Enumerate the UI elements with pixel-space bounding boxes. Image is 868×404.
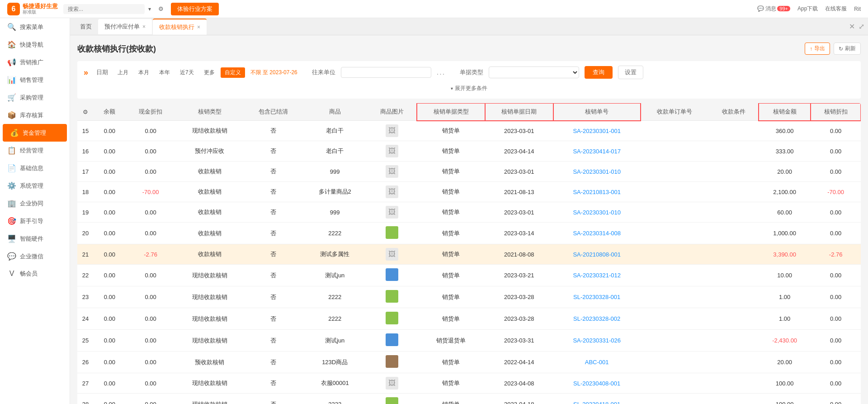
tab-expand-icon[interactable]: ⤢ [859,22,864,31]
date-btn-custom[interactable]: 自定义 [221,67,245,78]
doc-no-link[interactable]: SA-20210813-001 [573,189,621,195]
sidebar-item-guide[interactable]: 🎯 新手引导 [0,212,70,230]
sidebar-item-business[interactable]: 📋 经营管理 [0,142,70,159]
date-btn-7days[interactable]: 近7天 [176,67,198,78]
top-bar-dropdown[interactable]: ▾ [148,6,151,12]
settings-icon[interactable]: ⚙ [155,3,167,15]
expand-more[interactable]: ▾ 展开更多条件 [84,83,854,94]
doc-no-link[interactable]: SA-20230414-017 [573,148,621,155]
setting-button[interactable]: 设置 [618,66,643,79]
cell-condition [708,141,759,162]
tab-close-all-icon[interactable]: ✕ [849,22,855,31]
cell-goods-img [367,330,417,352]
cell-balance: 0.00 [94,265,126,286]
date-btn-this-month[interactable]: 本月 [134,67,153,78]
doc-no-link[interactable]: SA-20210808-001 [573,251,621,258]
refresh-button[interactable]: ↻ 刷新 [834,43,861,55]
sidebar-item-finance[interactable]: 💰 资金管理 [3,124,67,142]
doc-no-link[interactable]: SA-20230301-010 [573,168,621,175]
date-btn-more[interactable]: 更多 [200,67,219,78]
app-download[interactable]: App下载 [797,5,818,13]
message-icon[interactable]: 💬 消息99+ [757,5,790,13]
cell-amount: 360.00 [759,121,811,141]
tab-home[interactable]: 首页 [74,19,98,34]
cell-amount: -2,430.00 [759,330,811,352]
tab2-close[interactable]: × [197,24,200,30]
cell-doc-no: SA-20210808-001 [553,244,641,265]
top-search-input[interactable] [63,4,145,14]
col-included-settled: 包含已结清 [244,103,303,121]
cell-goods-img: 🖼 [367,182,417,202]
cell-id: 28 [77,394,94,404]
doc-no-link[interactable]: SL-20230328-001 [573,294,620,300]
doc-no-link[interactable]: SA-20230314-008 [573,230,621,237]
guide-icon: 🎯 [7,217,16,225]
cell-order-no [641,286,709,308]
cell-condition [708,265,759,286]
table-row: 17 0.00 0.00 收款核销 否 999 🖼 销货单 2023-03-01… [77,162,861,182]
tab1-close[interactable]: × [142,24,146,30]
cell-goods: 2222 [303,394,367,404]
cell-id: 23 [77,286,94,308]
sidebar-item-inventory[interactable]: 📦 库存核算 [0,106,70,124]
tab2-label: 收款核销执行 [159,23,194,31]
sidebar-item-sales[interactable]: 📊 销售管理 [0,71,70,89]
cell-amount: 1.00 [759,286,811,308]
cell-verify-type: 现结收款核销 [175,308,244,330]
cell-doc-type: 销货单 [417,162,485,182]
from-unit-input[interactable] [341,67,431,78]
col-settings[interactable]: ⚙ [77,103,94,121]
doc-type-select[interactable] [489,67,579,78]
sidebar-item-wechat[interactable]: 💬 企业微信 [0,247,70,265]
export-button[interactable]: ↑ 导出 [805,43,830,55]
doc-no-link[interactable]: SA-20230331-026 [573,337,621,344]
cell-doc-type: 销货单 [417,141,485,162]
tab-verify[interactable]: 收款核销执行 × [153,19,207,35]
cell-amount: 1,000.00 [759,223,811,244]
doc-no-link[interactable]: SA-20230301-010 [573,209,621,216]
sidebar-item-system[interactable]: ⚙️ 系统管理 [0,177,70,195]
user-name[interactable]: Rit [854,6,861,12]
doc-no-link[interactable]: SL-20230418-001 [573,401,620,404]
sidebar-item-enterprise[interactable]: 🏢 企业协同 [0,195,70,212]
customer-service[interactable]: 在线客服 [825,5,847,13]
industry-btn[interactable]: 体验行业方案 [171,3,219,15]
table-header-row: ⚙ 余额 现金折扣 核销类型 包含已结清 商品 商品图片 核销单据类型 核销单据… [77,103,861,121]
cell-cash-discount: 0.00 [126,394,176,404]
col-amount: 核销金额 [759,103,811,121]
doc-no-link[interactable]: SA-20230321-012 [573,272,621,279]
sidebar-item-purchase[interactable]: 🛒 采购管理 [0,89,70,106]
date-btn-last-month[interactable]: 上月 [113,67,132,78]
cell-doc-date: 2023-03-01 [485,162,553,182]
cell-doc-no: SA-20230301-010 [553,162,641,182]
cell-order-no [641,162,709,182]
cell-discount: -2.76 [811,244,861,265]
sidebar-item-basic-info[interactable]: 📄 基础信息 [0,159,70,177]
cell-included-settled: 否 [244,121,303,141]
query-button[interactable]: 查询 [585,66,613,79]
col-condition: 收款条件 [708,103,759,121]
cell-goods: 2222 [303,286,367,308]
sidebar-item-marketing[interactable]: 📢 营销推广 [0,53,70,71]
cell-included-settled: 否 [244,286,303,308]
cell-order-no [641,394,709,404]
cell-doc-date: 2023-03-31 [485,330,553,352]
from-unit-dots[interactable]: ... [437,68,445,76]
cell-doc-type: 销货单 [417,373,485,394]
date-btn-this-year[interactable]: 本年 [155,67,174,78]
tab-prepay[interactable]: 预付冲应付单 × [98,19,152,34]
sidebar-item-search[interactable]: 🔍 搜索菜单 [0,18,70,36]
doc-no-link[interactable]: SA-20230301-001 [573,128,621,134]
sidebar-item-member[interactable]: V 畅会员 [0,265,70,282]
sidebar-item-quick-nav[interactable]: 🏠 快捷导航 [0,36,70,53]
cell-id: 16 [77,141,94,162]
page-title: 收款核销执行(按收款) [77,43,156,54]
cell-condition [708,162,759,182]
filter-toggle-arrow[interactable]: » [84,68,88,77]
sidebar-item-smart-hw[interactable]: 🖥️ 智能硬件 [0,230,70,247]
doc-no-link[interactable]: SL-20230328-002 [573,315,620,322]
col-cash-discount: 现金折扣 [126,103,176,121]
doc-no-link[interactable]: SL-20230408-001 [573,380,620,387]
filter-bar: » 日期 上月 本月 本年 近7天 更多 自定义 不限 至 2023-07-26… [77,61,861,99]
doc-no-link[interactable]: ABC-001 [585,359,609,366]
